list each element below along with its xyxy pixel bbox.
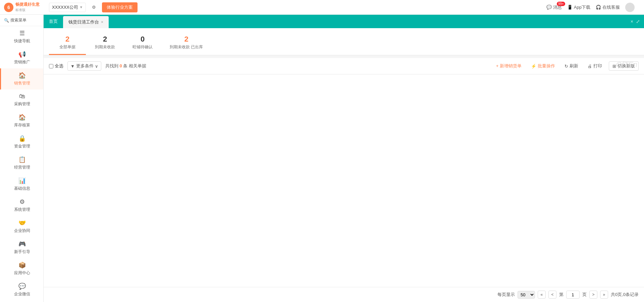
filter-icon: ▼ [70, 64, 75, 69]
sidebar-item-label: 系统管理 [14, 207, 30, 213]
per-page-label: 每页显示 [497, 292, 515, 298]
sidebar-item-purchase[interactable]: 🛍 采购管理 [0, 89, 43, 110]
pagination: 每页显示 50 100 200 « < 第 页 > » 共0页,0条记录 [44, 287, 644, 302]
select-all-label: 全选 [55, 63, 63, 69]
stat-label-all: 全部单据 [59, 44, 75, 50]
sidebar-item-inventory[interactable]: 🏠 库存核算 [0, 110, 43, 131]
main-layout: 🔍 搜索菜单 ☰ 快捷导航 📢 营销推广 🏠 销售管理 🛍 采购管理 🏠 库存核… [0, 15, 644, 302]
purchase-icon: 🛍 [19, 93, 25, 100]
settings-button[interactable]: ⚙ [89, 2, 99, 13]
messages-button[interactable]: 💬 消息 99+ [546, 4, 562, 10]
refresh-label: 刷新 [570, 63, 578, 69]
stat-label-pending: 旺铺待确认 [132, 44, 153, 50]
stat-label-overdue: 到期未收款 [95, 44, 115, 50]
online-service-button[interactable]: 🎧 在线客服 [596, 4, 620, 10]
sidebar-item-marketing[interactable]: 📢 营销推广 [0, 47, 43, 68]
operations-icon: 📋 [18, 156, 26, 163]
sidebar-item-enterprise-wechat[interactable]: 💬 企业微信 [0, 279, 43, 300]
refresh-button[interactable]: ↻ 刷新 [562, 62, 581, 70]
table-area [44, 74, 644, 287]
select-all-checkbox[interactable]: 全选 [49, 63, 63, 69]
last-page-button[interactable]: » [600, 291, 608, 299]
switch-version-button[interactable]: ⊞ 切换新版 [609, 61, 639, 71]
finance-icon: 🔒 [18, 135, 26, 142]
tab-bar: 首页 钱货日清工作台 × × ⤢ [44, 15, 644, 28]
sidebar-item-enterprise-coop[interactable]: 🤝 企业协同 [0, 216, 43, 237]
quick-nav-icon: ☰ [19, 29, 25, 37]
enterprise-coop-icon: 🤝 [18, 219, 26, 227]
active-tab-label: 钱货日清工作台 [68, 19, 99, 25]
sidebar-item-label: 经营管理 [14, 165, 30, 170]
new-guide-icon: 🎮 [18, 240, 26, 248]
tab-close-button[interactable]: × [101, 20, 103, 24]
logo-icon: 6 [4, 3, 13, 12]
sidebar-item-member[interactable]: ♛ 畅会员 [0, 300, 43, 302]
sidebar-item-finance[interactable]: 🔒 资金管理 [0, 131, 43, 153]
stat-count-overdue: 2 [103, 35, 107, 44]
sidebar-item-basic-info[interactable]: 📊 基础信息 [0, 174, 43, 195]
sidebar-item-new-guide[interactable]: 🎮 新手引导 [0, 237, 43, 258]
prev-page-button[interactable]: < [548, 291, 556, 299]
basic-info-icon: 📊 [18, 177, 26, 184]
app-download-button[interactable]: 📱 App下载 [567, 4, 590, 10]
sidebar-search[interactable]: 🔍 搜索菜单 [0, 15, 43, 26]
search-menu-label: 搜索菜单 [10, 17, 26, 23]
main-content: 首页 钱货日清工作台 × × ⤢ 2 全部单据 2 到期未收款 [44, 15, 644, 302]
found-text: 共找到 0 条 相关单据 [105, 63, 146, 69]
sidebar-item-label: 快捷导航 [14, 38, 30, 44]
logo-text-area: 畅捷通好生意 标准版 [15, 2, 40, 12]
filter-label: 更多条件 [76, 63, 94, 69]
experience-button[interactable]: 体验行业方案 [102, 2, 138, 12]
sales-icon: 🏠 [18, 72, 26, 79]
company-dropdown-arrow: ▼ [79, 5, 83, 9]
page-unit: 页 [582, 292, 587, 298]
next-page-button[interactable]: > [589, 291, 597, 299]
select-all-input[interactable] [49, 64, 53, 68]
sidebar-item-label: 企业微信 [14, 291, 30, 297]
sidebar-item-operations[interactable]: 📋 经营管理 [0, 153, 43, 174]
stat-tab-overdue[interactable]: 2 到期未收款 [87, 32, 123, 55]
sidebar-item-label: 采购管理 [14, 101, 30, 107]
tab-minimize-icon[interactable]: × [631, 19, 633, 24]
search-icon: 🔍 [4, 18, 9, 23]
refresh-icon: ↻ [565, 64, 568, 69]
toolbar-left: 全选 ▼ 更多条件 ∨ 共找到 0 条 相关单据 [49, 61, 489, 71]
messages-badge: 99+ [557, 2, 565, 6]
page-number-input[interactable] [566, 291, 580, 299]
toolbar: 全选 ▼ 更多条件 ∨ 共找到 0 条 相关单据 + 新增销货单 [44, 58, 644, 74]
sidebar-item-sales[interactable]: 🏠 销售管理 [0, 68, 43, 89]
stat-tab-pending[interactable]: 0 旺铺待确认 [124, 32, 161, 55]
home-tab-label: 首页 [49, 18, 58, 24]
sidebar-item-app-center[interactable]: 📦 应用中心 [0, 258, 43, 279]
stat-tab-all[interactable]: 2 全部单据 [49, 32, 86, 55]
stat-tab-overdue-shipped[interactable]: 2 到期未收款 已出库 [162, 32, 211, 55]
filter-button[interactable]: ▼ 更多条件 ∨ [67, 61, 101, 71]
tab-maximize-icon[interactable]: ⤢ [636, 19, 640, 24]
sidebar-item-label: 资金管理 [14, 143, 30, 149]
message-icon: 💬 [546, 5, 552, 10]
batch-op-button[interactable]: ⚡ 批量操作 [528, 62, 558, 70]
switch-icon: ⊞ [612, 64, 616, 69]
system-icon: ⚙ [19, 198, 25, 205]
tab-home[interactable]: 首页 [44, 15, 63, 28]
sidebar-item-system[interactable]: ⚙ 系统管理 [0, 195, 43, 216]
phone-icon: 📱 [567, 5, 573, 10]
app-center-icon: 📦 [18, 261, 26, 269]
sidebar-item-label: 库存核算 [14, 122, 30, 128]
company-name: XXXXXX公司 [52, 4, 78, 10]
total-label: 共0页,0条记录 [611, 292, 639, 298]
tab-active[interactable]: 钱货日清工作台 × [63, 16, 109, 28]
headset-icon: 🎧 [596, 5, 601, 10]
user-avatar[interactable] [625, 3, 635, 12]
logo-badge: 标准版 [15, 8, 40, 12]
first-page-button[interactable]: « [538, 291, 546, 299]
stat-count-overdue-shipped: 2 [184, 35, 189, 44]
per-page-select[interactable]: 50 100 200 [518, 291, 535, 299]
sidebar-item-quick-nav[interactable]: ☰ 快捷导航 [0, 26, 43, 47]
company-selector[interactable]: XXXXXX公司 ▼ [49, 3, 86, 12]
print-button[interactable]: 🖨 打印 [585, 62, 605, 70]
page-label: 第 [559, 292, 564, 298]
new-sale-button[interactable]: + 新增销货单 [493, 62, 524, 70]
print-label: 打印 [593, 63, 602, 69]
toolbar-right: + 新增销货单 ⚡ 批量操作 ↻ 刷新 🖨 打印 ⊞ [493, 61, 639, 71]
